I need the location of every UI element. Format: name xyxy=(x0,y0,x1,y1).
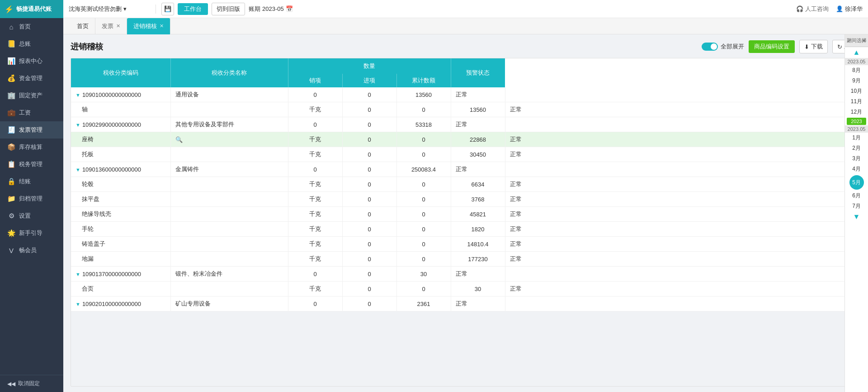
search-icon[interactable]: 🔍 xyxy=(175,136,183,143)
sidebar: ⚡ 畅捷通易代账 ⌂ 首页 📒 总账 📊 报表中心 💰 资金管理 🏢 固定资产 … xyxy=(0,0,63,392)
sidebar-item-reports[interactable]: 📊 报表中心 xyxy=(0,53,63,70)
sidebar-item-salary[interactable]: 💼 工资 xyxy=(0,104,63,121)
cell-item-name: 座椅 xyxy=(71,132,170,147)
table-row: 抹平盘 千克 0 0 3768 正常 xyxy=(71,192,860,207)
cell-status: 正常 xyxy=(505,132,860,147)
period-nav-up[interactable]: ▲ xyxy=(845,47,868,58)
col-header-tax-code: 税收分类编码 xyxy=(71,58,170,87)
table-row: 托板 千克 0 0 30450 正常 xyxy=(71,147,860,162)
sidebar-footer[interactable]: ◀◀ 取消固定 xyxy=(0,375,63,392)
expand-icon[interactable]: ▼ xyxy=(75,122,80,128)
expand-icon[interactable]: ▼ xyxy=(75,272,80,277)
period-month-5-active[interactable]: 5月 xyxy=(849,175,864,190)
expand-panel-icon[interactable]: ⤢ xyxy=(847,38,851,44)
cell-status: 正常 xyxy=(505,252,860,267)
user-menu[interactable]: 👤 徐泽华 xyxy=(836,5,863,13)
period-year-1: 2023.05 xyxy=(845,58,868,65)
sidebar-item-settings[interactable]: ⚙ 设置 xyxy=(0,207,63,225)
sidebar-item-closing[interactable]: 🔒 结账 xyxy=(0,173,63,190)
cell-status: 正常 xyxy=(505,207,860,222)
cell-purchase: 0 xyxy=(342,296,396,311)
tab-invoice-close[interactable]: ✕ xyxy=(116,23,120,29)
sidebar-item-invoice[interactable]: 🧾 发票管理 xyxy=(0,121,63,139)
tab-reconcile[interactable]: 进销稽核 ✕ xyxy=(127,18,170,34)
cell-status: 正常 xyxy=(451,296,505,311)
cell-tax-code: ▼109020100000000000 xyxy=(71,296,170,311)
cell-unit: 千克 xyxy=(288,102,342,117)
calendar-icon[interactable]: 📅 xyxy=(286,5,293,12)
pin-icon: ◀◀ xyxy=(7,381,15,387)
product-code-button[interactable]: 商品编码设置 xyxy=(749,40,795,53)
cell-purchase: 0 xyxy=(396,282,451,296)
cell-sale: 0 xyxy=(342,222,396,237)
toggle-track[interactable] xyxy=(702,43,718,51)
tab-invoice[interactable]: 发票 ✕ xyxy=(95,18,127,34)
cell-item-name: 抹平盘 xyxy=(71,192,170,207)
period-month-10[interactable]: 10月 xyxy=(845,86,868,96)
cell-sale: 0 xyxy=(342,282,396,296)
sidebar-item-home[interactable]: ⌂ 首页 xyxy=(0,18,63,35)
sidebar-item-funds[interactable]: 💰 资金管理 xyxy=(0,70,63,87)
period-month-6[interactable]: 6月 xyxy=(845,191,868,201)
sidebar-label-guide: 新手引导 xyxy=(19,229,42,237)
download-button[interactable]: ⬇ 下载 xyxy=(799,40,828,53)
table-body: ▼109010000000000000 通用设备 0 0 13560 正常 轴 … xyxy=(71,87,860,311)
workbench-button[interactable]: 工作台 xyxy=(178,3,208,15)
help-button[interactable]: 🎧 人工咨询 xyxy=(796,5,829,13)
tab-home[interactable]: 首页 xyxy=(71,18,95,34)
sidebar-label-ledger: 总账 xyxy=(19,40,31,48)
cell-item-search xyxy=(170,237,288,252)
save-button[interactable]: 💾 xyxy=(161,3,174,15)
company-selector[interactable]: 沈海英测试经营勿删 ▾ xyxy=(69,5,150,13)
switch-version-button[interactable]: 切到旧版 xyxy=(212,3,245,15)
cell-total: 30 xyxy=(396,267,451,282)
expand-icon[interactable]: ▼ xyxy=(75,92,80,98)
period-nav-down[interactable]: ▼ xyxy=(845,211,868,222)
period-month-12[interactable]: 12月 xyxy=(845,107,868,117)
sidebar-icon-closing: 🔒 xyxy=(7,177,15,186)
page-content: 进销稽核 全部展开 商品编码设置 ⬇ 下载 ↻ 刷 xyxy=(63,34,868,392)
expand-toggle[interactable]: 全部展开 xyxy=(702,43,744,51)
cell-purchase: 0 xyxy=(396,207,451,222)
sidebar-item-assets[interactable]: 🏢 固定资产 xyxy=(0,87,63,104)
sidebar-item-ledger[interactable]: 📒 总账 xyxy=(0,35,63,53)
expand-icon[interactable]: ▼ xyxy=(75,301,80,307)
cell-item-name: 托板 xyxy=(71,147,170,162)
cell-unit: 千克 xyxy=(288,282,342,296)
period-month-11[interactable]: 11月 xyxy=(845,96,868,107)
expand-icon[interactable]: ▼ xyxy=(75,167,80,172)
cell-item-name: 轴 xyxy=(71,102,170,117)
period-month-9[interactable]: 9月 xyxy=(845,76,868,86)
cell-sale: 0 xyxy=(342,192,396,207)
tab-invoice-label: 发票 xyxy=(102,22,113,30)
sidebar-item-archive[interactable]: 📁 归档管理 xyxy=(0,190,63,207)
cell-status: 正常 xyxy=(505,192,860,207)
sidebar-item-guide[interactable]: 🌟 新手引导 xyxy=(0,225,63,242)
cell-item-search xyxy=(170,222,288,237)
sidebar-item-tax[interactable]: 📋 税务管理 xyxy=(0,156,63,173)
reconcile-table: 税收分类编码 税收分类名称 数量 预警状态 销项 进项 累计数额 xyxy=(71,58,860,311)
table-row: ▼109029900000000000 其他专用设备及零部件 0 0 53318… xyxy=(71,117,860,132)
period-month-3[interactable]: 3月 xyxy=(845,153,868,164)
cell-status: 正常 xyxy=(505,102,860,117)
tab-reconcile-close[interactable]: ✕ xyxy=(160,23,164,29)
col-header-purchase: 进项 xyxy=(342,74,396,87)
user-icon: 👤 xyxy=(836,5,843,12)
cell-total: 22868 xyxy=(451,132,505,147)
topbar-divider-1 xyxy=(156,5,156,14)
period-month-2[interactable]: 2月 xyxy=(845,143,868,153)
sidebar-item-vip[interactable]: V 畅会员 xyxy=(0,242,63,259)
sidebar-item-inventory[interactable]: 📦 库存核算 xyxy=(0,139,63,156)
period-month-1[interactable]: 1月 xyxy=(845,133,868,143)
cell-total: 13560 xyxy=(451,102,505,117)
cell-purchase: 0 xyxy=(396,237,451,252)
period-month-7[interactable]: 7月 xyxy=(845,201,868,211)
sidebar-icon-archive: 📁 xyxy=(7,195,15,203)
cell-status: 正常 xyxy=(505,147,860,162)
period-month-8[interactable]: 8月 xyxy=(845,65,868,76)
period-month-4[interactable]: 4月 xyxy=(845,164,868,174)
close-panel-icon[interactable]: ✕ xyxy=(862,38,866,44)
col-header-total: 累计数额 xyxy=(396,74,451,87)
table-row: ▼109013600000000000 金属铸件 0 0 250083.4 正常 xyxy=(71,162,860,177)
cell-total: 14810.4 xyxy=(451,237,505,252)
